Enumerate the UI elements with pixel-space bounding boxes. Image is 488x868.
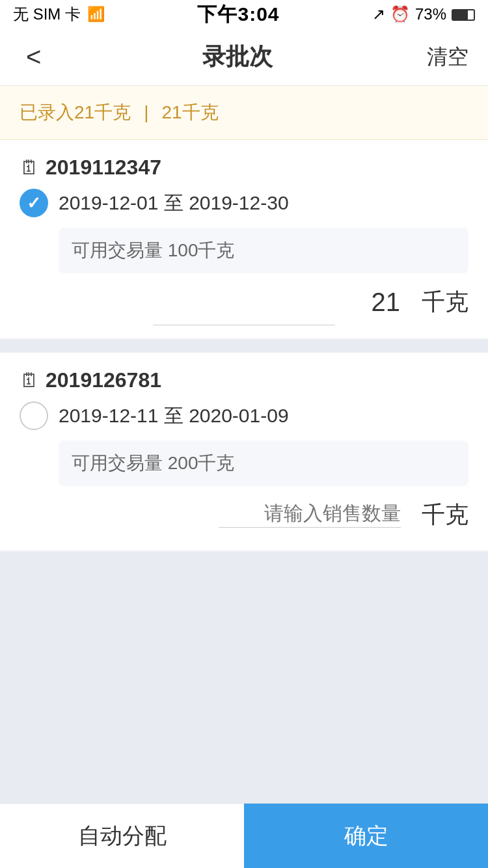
batch-2-date-row[interactable]: 2019-12-11 至 2020-01-09 [20, 401, 468, 430]
bottom-area [0, 565, 488, 825]
auto-distribute-button[interactable]: 自动分配 [0, 804, 244, 868]
location-icon: ↗ [372, 5, 385, 23]
batch-1-date: 2019-12-01 至 2019-12-30 [59, 190, 289, 217]
status-time: 下午3:04 [197, 1, 279, 28]
summary-label: 已录入21千克 [20, 100, 131, 125]
clear-button[interactable]: 清空 [427, 43, 468, 72]
batch-1-qty-value[interactable]: 21 [372, 288, 401, 317]
summary-divider: | [144, 102, 148, 123]
confirm-button[interactable]: 确定 [244, 804, 488, 868]
battery-icon [452, 9, 475, 21]
section-divider [0, 340, 488, 353]
batch-2-bottom-pad [0, 537, 488, 550]
section-divider-2 [0, 552, 488, 565]
summary-bar: 已录入21千克 | 21千克 [0, 86, 488, 140]
batch-1-qty-row: 21 千克 [0, 273, 488, 325]
batch-2-id: 2019126781 [46, 368, 161, 392]
batch-2-unit: 千克 [422, 499, 468, 531]
summary-value: 21千克 [161, 100, 218, 125]
nav-bar: < 录批次 清空 [0, 29, 488, 86]
batch-1-underline [153, 325, 335, 325]
back-button[interactable]: < [20, 36, 47, 78]
status-bar: 无 SIM 卡 📶 下午3:04 ↗ ⏰ 73% [0, 0, 488, 29]
batch-2-header: 🗓 2019126781 [20, 368, 468, 392]
battery-text: 73% [415, 5, 446, 23]
wifi-icon: 📶 [87, 6, 105, 23]
batch-1-header: 🗓 2019112347 [20, 156, 468, 180]
batch-1-icon: 🗓 [20, 157, 39, 179]
batch-item-2: 🗓 2019126781 2019-12-11 至 2020-01-09 可用交… [0, 353, 488, 550]
batch-1-date-row[interactable]: 2019-12-01 至 2019-12-30 [20, 189, 468, 217]
batch-2-radio[interactable] [20, 401, 48, 430]
batch-2-input-underline [219, 527, 401, 528]
carrier-text: 无 SIM 卡 [13, 4, 81, 25]
batch-2-qty-input[interactable] [219, 502, 401, 524]
batch-2-icon: 🗓 [20, 370, 39, 392]
batch-1-available: 可用交易量 100千克 [59, 228, 468, 273]
batch-2-input-row[interactable]: 千克 [0, 486, 488, 537]
footer: 自动分配 确定 [0, 803, 488, 868]
batch-1-id: 2019112347 [46, 156, 161, 180]
batch-2-input-wrapper[interactable] [219, 502, 401, 528]
batch-1-unit: 千克 [422, 286, 468, 318]
batch-2-date: 2019-12-11 至 2020-01-09 [59, 403, 289, 429]
batch-1-radio[interactable] [20, 189, 48, 217]
alarm-icon: ⏰ [390, 5, 410, 23]
status-left: 无 SIM 卡 📶 [13, 4, 105, 25]
status-right: ↗ ⏰ 73% [372, 5, 475, 23]
batch-item-1: 🗓 2019112347 2019-12-01 至 2019-12-30 可用交… [0, 140, 488, 338]
batch-2-available: 可用交易量 200千克 [59, 441, 468, 486]
page-title: 录批次 [202, 41, 273, 73]
